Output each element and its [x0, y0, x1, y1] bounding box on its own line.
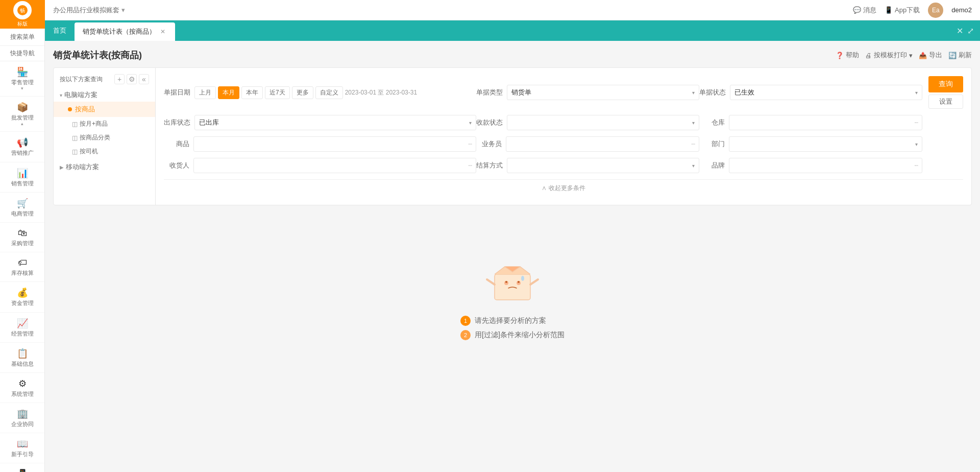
scheme-group-desktop-header[interactable]: ▾ 电脑端方案 — [54, 88, 155, 102]
user-avatar[interactable]: Ea — [928, 3, 943, 18]
warehouse-label: 仓库 — [699, 118, 725, 127]
main-area: 办公用品行业模拟账套 ▾ 💬 消息 📱 App下载 Ea demo2 — [45, 0, 980, 472]
scheme-panel-actions: + ⚙ « — [114, 74, 149, 84]
settle-select[interactable]: ▾ — [507, 158, 699, 173]
filter-paystatus: 收款状态 ▾ — [476, 115, 699, 130]
sidebar-item-ecommerce[interactable]: 🛒 电商管理 — [0, 193, 44, 223]
guide-icon: 📖 — [17, 438, 28, 450]
status-select[interactable]: 已生效 ▾ — [730, 85, 922, 100]
date-btn-lastmonth[interactable]: 上月 — [194, 86, 216, 99]
print-action[interactable]: 🖨 按模板打印 ▾ — [865, 51, 913, 60]
dept-select[interactable]: ▾ — [729, 136, 922, 152]
scheme-sub-label-1: 按月+商品 — [80, 120, 108, 128]
sidebar-item-finance[interactable]: 💰 资金管理 — [0, 282, 44, 312]
date-range-value: 2023-03-01 至 2023-03-31 — [345, 88, 417, 97]
industry-dropdown-arrow[interactable]: ▾ — [121, 6, 125, 14]
scheme-group-mobile-header[interactable]: ▶ 移动端方案 — [54, 160, 155, 174]
filter-row-4: 收货人 ··· 结算方式 ▾ — [164, 158, 963, 173]
sidebar-search-item[interactable]: 搜索菜单 — [0, 29, 44, 46]
basic-icon: 📋 — [17, 348, 28, 359]
collapse-bar[interactable]: ∧ 收起更多条件 — [164, 179, 963, 197]
sidebar-item-wholesale[interactable]: 📦 批发管理 ▴ — [0, 97, 44, 132]
filter-status: 单据状态 已生效 ▾ — [699, 85, 922, 100]
tip-num-1: 1 — [460, 316, 471, 326]
refresh-action[interactable]: 🔄 刷新 — [948, 51, 972, 60]
sidebar-item-appcenter[interactable]: 📱 应用中心 — [0, 463, 44, 472]
avatar-img: Ea — [932, 7, 940, 14]
tab-close-btn[interactable]: ✕ — [957, 26, 963, 36]
tab-report-label: 销货单统计表（按商品） — [83, 27, 156, 36]
sidebar-item-inventory[interactable]: 🏷 库存核算 — [0, 252, 44, 282]
purchase-icon: 🛍 — [18, 228, 27, 239]
date-selector: 上月 本月 本年 近7天 更多 自定义 — [194, 86, 343, 99]
empty-tip-2: 2 用[过滤]条件来缩小分析范围 — [460, 330, 565, 340]
date-btn-custom[interactable]: 自定义 — [315, 86, 343, 99]
sidebar-item-guide[interactable]: 📖 新手引导 — [0, 433, 44, 463]
date-btn-thismonth[interactable]: 本月 — [218, 86, 239, 99]
salesman-label: 业务员 — [476, 139, 502, 149]
app-name: 办公用品行业模拟账套 ▾ — [53, 6, 847, 15]
goods-label: 商品 — [164, 139, 189, 149]
status-arrow: ▾ — [915, 90, 918, 96]
paystatus-select[interactable]: ▾ — [507, 115, 699, 130]
dept-arrow: ▾ — [915, 141, 918, 147]
filter-warehouse: 仓库 ··· — [699, 115, 922, 130]
scheme-item-goods[interactable]: 按商品 — [54, 102, 155, 117]
sidebar-item-marketing[interactable]: 📢 营销推广 — [0, 132, 44, 162]
settings-button[interactable]: 设置 — [928, 95, 963, 109]
scheme-settings-btn[interactable]: ⚙ — [127, 74, 137, 84]
sidebar-item-operation[interactable]: 📈 经营管理 — [0, 313, 44, 343]
paystatus-label: 收款状态 — [476, 118, 503, 127]
type-select[interactable]: 销货单 ▾ — [507, 85, 699, 100]
message-action[interactable]: 💬 消息 — [853, 6, 876, 15]
scheme-sub-item-driver[interactable]: ◫ 按司机 — [54, 145, 155, 158]
status-value: 已生效 — [734, 88, 754, 97]
goods-dots: ··· — [468, 139, 472, 149]
username[interactable]: demo2 — [951, 6, 972, 14]
sidebar-item-purchase[interactable]: 🛍 采购管理 — [0, 223, 44, 252]
export-action[interactable]: 📤 导出 — [919, 51, 942, 60]
scheme-sub-item-month-goods[interactable]: ◫ 按月+商品 — [54, 117, 155, 131]
outstatus-select[interactable]: 已出库 ▾ — [194, 115, 476, 130]
date-btn-thisyear[interactable]: 本年 — [241, 86, 263, 99]
filter-goods: 商品 ··· — [164, 136, 476, 152]
tabbar: 首页 销货单统计表（按商品） ✕ ✕ ⤢ — [45, 20, 980, 41]
sidebar-quicknav-item[interactable]: 快捷导航 — [0, 46, 44, 61]
filter-date: 单据日期 上月 本月 本年 近7天 更多 自定义 — [164, 86, 476, 99]
sales-icon: 📊 — [17, 168, 28, 179]
collapse-label: ∧ 收起更多条件 — [542, 184, 585, 192]
message-label: 消息 — [863, 6, 876, 15]
salesman-select[interactable]: ··· — [506, 136, 699, 152]
scheme-sub-item-goods-category[interactable]: ◫ 按商品分类 — [54, 131, 155, 145]
tab-maximize-btn[interactable]: ⤢ — [967, 26, 974, 36]
scheme-panel-header: 按以下方案查询 + ⚙ « — [54, 74, 155, 88]
scheme-add-btn[interactable]: + — [114, 74, 125, 84]
query-button[interactable]: 查询 — [928, 76, 963, 92]
brand-select[interactable]: ··· — [729, 158, 922, 173]
warehouse-select[interactable]: ··· — [729, 115, 922, 130]
app-logo[interactable]: 畅 标版 — [0, 0, 45, 29]
sidebar-item-basic[interactable]: 📋 基础信息 — [0, 343, 44, 373]
filter-row-1: 单据日期 上月 本月 本年 近7天 更多 自定义 — [164, 76, 963, 109]
receiver-select[interactable]: ··· — [193, 158, 476, 173]
scheme-collapse-btn[interactable]: « — [139, 74, 149, 84]
date-btn-7days[interactable]: 近7天 — [265, 86, 290, 99]
sidebar-item-retail[interactable]: 🏪 零售管理 ▾ — [0, 61, 44, 97]
content-area: 销货单统计表(按商品) ❓ 帮助 🖨 按模板打印 ▾ 📤 — [45, 41, 980, 472]
tab-report[interactable]: 销货单统计表（按商品） ✕ — [75, 22, 175, 41]
goods-select[interactable]: ··· — [193, 136, 476, 152]
filter-row-3: 商品 ··· 业务员 ··· — [164, 136, 963, 152]
date-btn-more[interactable]: 更多 — [292, 86, 313, 99]
appdownload-label: App下载 — [895, 6, 920, 15]
help-action[interactable]: ❓ 帮助 — [836, 51, 859, 60]
tab-report-close[interactable]: ✕ — [159, 28, 167, 36]
sub-item-icon-1: ◫ — [72, 121, 78, 128]
svg-text:畅: 畅 — [20, 8, 25, 13]
print-dropdown[interactable]: ▾ — [909, 52, 913, 59]
tab-home[interactable]: 首页 — [45, 20, 75, 41]
sidebar-item-system[interactable]: ⚙ 系统管理 — [0, 373, 44, 403]
sidebar-item-sales[interactable]: 📊 销售管理 — [0, 162, 44, 193]
appdownload-action[interactable]: 📱 App下载 — [885, 6, 920, 15]
outstatus-value: 已出库 — [199, 118, 219, 127]
sidebar-item-enterprise[interactable]: 🏢 企业协同 — [0, 403, 44, 433]
